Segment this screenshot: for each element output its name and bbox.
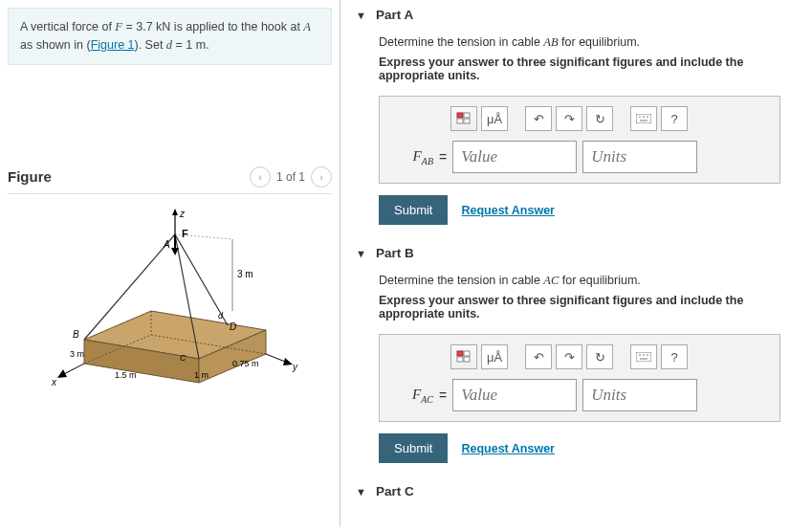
redo-button[interactable]: ↷ — [556, 106, 582, 131]
label-z: z — [179, 209, 186, 219]
point-a: A — [303, 20, 311, 33]
part-c-title: Part C — [376, 484, 414, 498]
label-3m-v: 3 m — [237, 269, 253, 279]
undo-button[interactable]: ↶ — [525, 344, 552, 369]
problem-post2: ). Set — [135, 38, 166, 52]
caret-down-icon: ▼ — [356, 248, 366, 259]
figure-title: Figure — [8, 168, 52, 185]
force-var: F — [115, 20, 122, 33]
svg-rect-31 — [464, 357, 470, 362]
svg-rect-28 — [457, 351, 463, 356]
part-b-var: FAC — [393, 387, 433, 405]
part-b-title: Part B — [376, 246, 414, 260]
part-c: ▼ Part C — [356, 484, 797, 498]
problem-post1: as shown in ( — [20, 38, 91, 52]
reset-button[interactable]: ↻ — [586, 344, 613, 369]
force-val: = 3.7 kN — [122, 20, 170, 33]
help-button[interactable]: ? — [661, 106, 688, 131]
problem-mid: is applied to the hook at — [170, 20, 303, 33]
label-A: A — [163, 239, 170, 250]
svg-rect-29 — [464, 351, 470, 356]
part-a-submit-button[interactable]: Submit — [379, 195, 448, 225]
equals-sign: = — [439, 149, 447, 165]
undo-button[interactable]: ↶ — [525, 106, 552, 131]
problem-statement: A vertical force of F = 3.7 kN is applie… — [8, 8, 332, 65]
label-3m-h: 3 m — [70, 349, 84, 359]
template-button[interactable] — [450, 106, 477, 131]
part-b-header[interactable]: ▼ Part B — [356, 246, 797, 260]
label-F: F — [182, 228, 188, 239]
svg-rect-20 — [464, 113, 470, 118]
figure-counter: 1 of 1 — [276, 170, 305, 184]
svg-marker-14 — [283, 358, 293, 365]
redo-button[interactable]: ↷ — [556, 344, 582, 369]
figure-link[interactable]: Figure 1 — [91, 38, 135, 52]
part-b-instr2: for equilibrium. — [559, 274, 640, 287]
d-val: = 1 m. — [172, 38, 209, 52]
svg-rect-19 — [457, 113, 463, 118]
part-a-var: FAB — [393, 148, 433, 166]
label-075m: 0.75 m — [232, 359, 259, 368]
part-a-cable: AB — [543, 35, 558, 49]
figure-section: Figure ‹ 1 of 1 › — [8, 161, 332, 387]
part-b: ▼ Part B Determine the tension in cable … — [356, 246, 797, 463]
part-b-request-answer-link[interactable]: Request Answer — [461, 442, 554, 455]
label-D: D — [230, 321, 236, 332]
part-b-instr: Determine the tension in cable — [379, 274, 543, 287]
part-a-value-input[interactable] — [452, 141, 577, 173]
equals-sign: = — [439, 387, 447, 403]
help-button[interactable]: ? — [661, 344, 688, 369]
part-a-instr2: for equilibrium. — [559, 35, 640, 49]
figure-diagram: z F A B C D d 3 m 3 m 1.5 m 1 m 0.75 m y… — [27, 206, 314, 387]
part-a-instr: Determine the tension in cable — [379, 35, 543, 49]
svg-rect-30 — [457, 357, 463, 362]
figure-next-button[interactable]: › — [311, 166, 332, 188]
part-a-express: Express your answer to three significant… — [379, 55, 797, 82]
label-B: B — [73, 329, 79, 340]
caret-down-icon: ▼ — [356, 486, 366, 498]
part-c-header[interactable]: ▼ Part C — [356, 484, 797, 498]
part-b-answer-box: μÅ ↶ ↷ ↻ ? FAC = — [379, 334, 780, 422]
part-a-title: Part A — [376, 8, 413, 22]
part-b-submit-button[interactable]: Submit — [379, 433, 448, 463]
problem-text: A vertical force of — [20, 20, 115, 33]
part-b-value-input[interactable] — [452, 379, 577, 411]
keyboard-button[interactable] — [630, 106, 657, 131]
symbols-button[interactable]: μÅ — [481, 106, 508, 131]
label-y: y — [292, 362, 298, 372]
svg-rect-21 — [457, 119, 463, 123]
label-C: C — [180, 353, 187, 363]
svg-marker-12 — [171, 248, 179, 255]
part-b-units-input[interactable] — [582, 379, 697, 411]
label-x: x — [51, 377, 57, 387]
part-a: ▼ Part A Determine the tension in cable … — [356, 8, 797, 225]
svg-rect-22 — [464, 119, 470, 123]
svg-marker-10 — [172, 209, 178, 215]
label-15m: 1.5 m — [115, 370, 137, 380]
keyboard-button[interactable] — [630, 344, 657, 369]
caret-down-icon: ▼ — [356, 10, 366, 21]
label-1m: 1 m — [194, 370, 208, 380]
label-d: d — [218, 311, 224, 321]
template-button[interactable] — [450, 344, 477, 369]
part-a-units-input[interactable] — [582, 141, 697, 173]
part-b-cable: AC — [543, 274, 559, 287]
part-a-request-answer-link[interactable]: Request Answer — [461, 204, 554, 217]
part-b-express: Express your answer to three significant… — [379, 294, 797, 321]
part-a-answer-box: μÅ ↶ ↷ ↻ ? FAB = — [379, 96, 780, 184]
symbols-button[interactable]: μÅ — [481, 344, 508, 369]
reset-button[interactable]: ↻ — [586, 106, 613, 131]
figure-prev-button[interactable]: ‹ — [250, 166, 271, 188]
part-a-header[interactable]: ▼ Part A — [356, 8, 797, 22]
svg-rect-32 — [636, 352, 651, 362]
svg-rect-23 — [636, 114, 651, 123]
